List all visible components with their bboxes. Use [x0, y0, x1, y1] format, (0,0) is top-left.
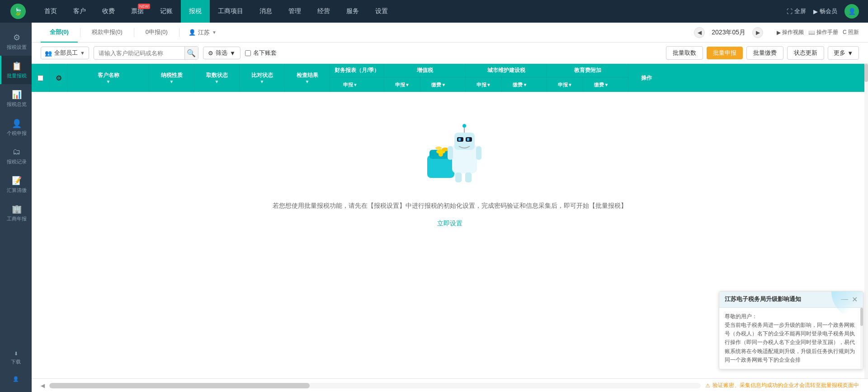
sidebar-item-batch-tax[interactable]: 📋 批量报税	[0, 56, 32, 84]
client-filter-icon[interactable]: ▼	[106, 79, 111, 84]
check-filter-icon[interactable]: ▼	[305, 79, 310, 84]
th-education-declare: 申报 ▼	[547, 77, 583, 92]
compare-filter-icon[interactable]: ▼	[260, 79, 264, 84]
batch-pay-button[interactable]: 批量缴费	[746, 46, 783, 60]
nav-invoice[interactable]: 票据 NEW	[123, 0, 152, 23]
sidebar-item-settlement[interactable]: 📝 汇算清缴	[0, 170, 32, 199]
employee-icon: 👥	[45, 50, 52, 57]
tax-nature-filter-icon[interactable]: ▼	[170, 79, 174, 84]
batch-declare-button[interactable]: 批量申报	[707, 47, 743, 59]
video-icon: ▶	[777, 29, 781, 36]
refresh-button[interactable]: C 照新	[843, 29, 859, 36]
th-settings[interactable]: ⚙	[50, 64, 68, 92]
svg-rect-10	[458, 138, 461, 141]
th-checkbox[interactable]	[32, 64, 50, 92]
notif-minimize[interactable]: —	[841, 295, 848, 303]
prev-month-button[interactable]: ◀	[694, 27, 705, 38]
nav-operations[interactable]: 经营	[309, 0, 338, 23]
urban-pay-filter[interactable]: ▼	[523, 82, 527, 87]
tab-all[interactable]: 全部(0)	[41, 23, 78, 43]
sidebar-item-annual-report[interactable]: 🏢 工商年报	[0, 199, 32, 227]
th-financial-title: 财务报表（月/季）	[330, 64, 384, 77]
next-month-button[interactable]: ▶	[752, 27, 763, 38]
th-tax-nature: 纳税性质 ▼	[149, 64, 194, 92]
svg-rect-14	[448, 146, 453, 160]
setup-link[interactable]: 立即设置	[437, 220, 462, 228]
user-settings-icon: 👤	[13, 376, 19, 382]
nav-home[interactable]: 首页	[36, 0, 65, 23]
sidebar-user-settings[interactable]: 👤	[0, 371, 32, 387]
region-selector[interactable]: 👤 江苏 ▼	[182, 29, 223, 37]
edu-pay-filter[interactable]: ▼	[604, 82, 609, 87]
nav-billing[interactable]: 收费	[94, 0, 123, 23]
svg-rect-15	[476, 146, 481, 160]
warning-icon: ⚠	[705, 382, 710, 389]
fin-declare-filter[interactable]: ▼	[353, 82, 358, 87]
tab-right-actions: ▶ 操作视频 📖 操作手册 C 照新	[777, 29, 859, 36]
th-education-pay: 缴费 ▼	[583, 77, 619, 92]
th-group-urban: 城市维护建设税 申报 ▼ 缴费 ▼	[466, 64, 547, 92]
notif-header: 江苏电子税务局升级影响通知 — ✕	[719, 292, 863, 308]
nav-tax[interactable]: 报税	[181, 0, 210, 23]
sidebar-label-batch-tax: 批量报税	[7, 73, 27, 79]
tax-settings-icon: ⚙	[12, 33, 22, 43]
fetch-filter-icon[interactable]: ▼	[215, 79, 219, 84]
th-education-cells: 申报 ▼ 缴费 ▼	[547, 77, 628, 92]
filter-label: 筛选	[216, 49, 227, 57]
nav-settings[interactable]: 设置	[367, 0, 396, 23]
nav-management[interactable]: 管理	[280, 0, 309, 23]
th-financial-declare: 申报 ▼	[330, 77, 371, 92]
logo-icon: 🍃	[10, 4, 26, 19]
tab-tax-declare[interactable]: 税款申报(0)	[83, 23, 132, 43]
sub-account-label: 名下账套	[253, 49, 277, 57]
nav-accounting[interactable]: 记账	[152, 0, 181, 23]
search-box: 🔍	[94, 46, 198, 60]
status-update-button[interactable]: 状态更新	[787, 46, 824, 60]
th-vat-pay: 缴费 ▼	[420, 77, 457, 92]
tab-zero-declare[interactable]: 0申报(0)	[137, 23, 177, 43]
sidebar-item-personal-tax[interactable]: 👤 个税申报	[0, 113, 32, 142]
user-avatar[interactable]: 👤	[844, 4, 859, 19]
tax-records-icon: 🗂	[12, 147, 22, 157]
nav-message[interactable]: 消息	[251, 0, 280, 23]
filter-button[interactable]: ⚙ 筛选 ▼	[203, 47, 241, 59]
th-urban-title: 城市维护建设税	[466, 64, 547, 77]
operation-video-button[interactable]: ▶ 操作视频	[777, 29, 804, 36]
notif-scrollbar-thumb	[860, 308, 863, 326]
toolbar: 👥 全部员工 ▼ 🔍 ⚙ 筛选 ▼ 名下账套 批量取数 批量申报 批量缴费	[32, 43, 868, 64]
select-all-checkbox[interactable]	[38, 75, 43, 81]
svg-rect-11	[467, 138, 469, 141]
vat-declare-filter[interactable]: ▼	[405, 82, 410, 87]
notif-close-button[interactable]: ✕	[852, 295, 858, 304]
sidebar-item-tax-settings[interactable]: ⚙ 报税设置	[0, 27, 32, 56]
notif-body: 尊敬的用户：受当前电子税务局进一步升级的影响，同一个政务网账号（办税人）名下的企…	[719, 308, 863, 369]
horizontal-scrollbar[interactable]	[49, 383, 701, 388]
manual-icon: 📖	[808, 29, 815, 36]
vertical-scrollbar[interactable]	[864, 64, 868, 378]
empty-state: 若您想使用批量报税功能，请先在【报税设置】中进行报税的初始化设置，完成密码验证和…	[32, 92, 868, 255]
more-button[interactable]: 更多 ▼	[828, 46, 859, 60]
notif-scrollbar[interactable]	[860, 308, 863, 369]
member-button[interactable]: ▶ 畅会员	[813, 7, 837, 15]
month-navigator: ◀ 2023年05月 ▶	[694, 27, 763, 38]
sidebar-item-tax-overview[interactable]: 📊 报税总览	[0, 84, 32, 113]
nav-client[interactable]: 客户	[65, 0, 94, 23]
fullscreen-button[interactable]: ⛶ 全屏	[787, 7, 806, 15]
sidebar-item-tax-records[interactable]: 🗂 报税记录	[0, 142, 32, 170]
fullscreen-icon: ⛶	[787, 8, 793, 15]
vat-pay-filter[interactable]: ▼	[441, 82, 446, 87]
nav-service[interactable]: 服务	[338, 0, 367, 23]
edu-declare-filter[interactable]: ▼	[568, 82, 572, 87]
left-arrow: ◀	[41, 382, 45, 389]
tab-divider-1	[80, 28, 80, 37]
operation-manual-button[interactable]: 📖 操作手册	[808, 29, 838, 36]
nav-business[interactable]: 工商项目	[210, 0, 251, 23]
batch-fetch-button[interactable]: 批量取数	[666, 46, 703, 60]
search-input[interactable]	[94, 48, 184, 58]
sidebar-download[interactable]: ⬇ 下载	[0, 345, 32, 371]
urban-declare-filter[interactable]: ▼	[486, 82, 491, 87]
horizontal-scrollbar-thumb	[49, 383, 310, 388]
employee-selector[interactable]: 👥 全部员工 ▼	[41, 47, 89, 59]
sub-account-checkbox[interactable]	[245, 50, 251, 56]
search-button[interactable]: 🔍	[184, 47, 198, 59]
